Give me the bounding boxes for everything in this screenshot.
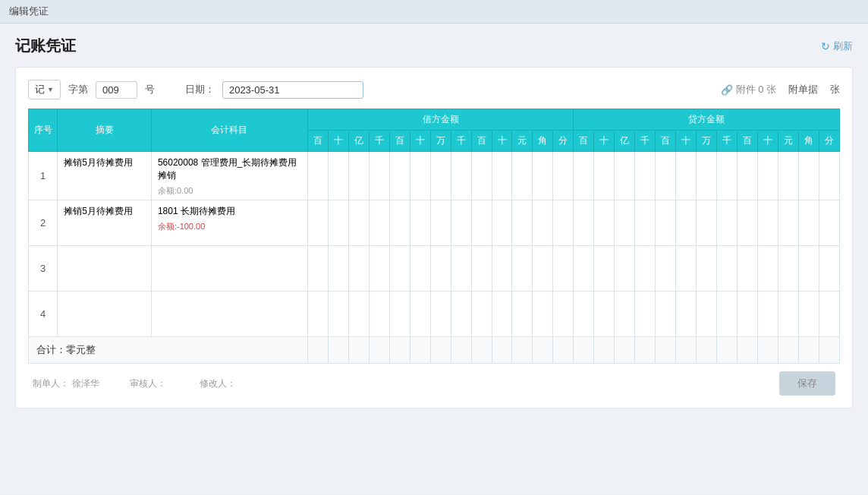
save-button[interactable]: 保存 (779, 371, 835, 396)
debit-digit-cell-r4-c12[interactable] (533, 292, 553, 337)
debit-digit-cell-r1-c13[interactable] (553, 152, 574, 200)
refresh-button[interactable]: ↻ 刷新 (821, 39, 853, 53)
credit-digit-cell-r1-c5[interactable] (656, 152, 676, 200)
summary-cell-2[interactable]: 摊销5月待摊费用 (58, 200, 152, 246)
credit-digit-cell-r1-c8[interactable] (717, 152, 737, 200)
credit-digit-cell-r2-c13[interactable] (819, 200, 839, 246)
credit-digit-cell-r4-c12[interactable] (798, 292, 819, 337)
debit-digit-cell-r1-c11[interactable] (512, 152, 533, 200)
debit-digit-cell-r4-c9[interactable] (471, 292, 492, 337)
credit-digit-cell-r3-c13[interactable] (819, 246, 839, 292)
debit-digit-cell-r3-c10[interactable] (492, 246, 512, 292)
credit-digit-cell-r3-c4[interactable] (635, 246, 656, 292)
credit-digit-cell-r2-c3[interactable] (615, 200, 635, 246)
credit-digit-cell-r2-c12[interactable] (798, 200, 819, 246)
credit-digit-cell-r1-c6[interactable] (676, 152, 697, 200)
voucher-number-input[interactable] (96, 81, 137, 99)
debit-digit-cell-r2-c12[interactable] (533, 200, 553, 246)
debit-digit-cell-r2-c11[interactable] (512, 200, 533, 246)
credit-digit-cell-r1-c12[interactable] (798, 152, 819, 200)
credit-digit-cell-r1-c1[interactable] (574, 152, 594, 200)
debit-digit-cell-r4-c4[interactable] (369, 292, 389, 337)
credit-digit-cell-r1-c7[interactable] (697, 152, 717, 200)
debit-digit-cell-r2-c1[interactable] (307, 200, 328, 246)
credit-digit-cell-r2-c1[interactable] (574, 200, 594, 246)
credit-digit-cell-r2-c7[interactable] (697, 200, 717, 246)
debit-digit-cell-r1-c8[interactable] (451, 152, 471, 200)
credit-digit-cell-r1-c10[interactable] (757, 152, 778, 200)
debit-digit-cell-r1-c12[interactable] (533, 152, 553, 200)
credit-digit-cell-r4-c11[interactable] (778, 292, 798, 337)
debit-digit-cell-r4-c2[interactable] (328, 292, 348, 337)
summary-cell-3[interactable] (58, 246, 152, 292)
table-row[interactable]: 4 (29, 292, 840, 337)
debit-digit-cell-r1-c10[interactable] (492, 152, 512, 200)
account-cell-1[interactable]: 56020008 管理费用_长期待摊费用摊销余额:0.00 (151, 152, 307, 200)
credit-digit-cell-r2-c5[interactable] (656, 200, 676, 246)
table-row[interactable]: 3 (29, 246, 840, 292)
credit-digit-cell-r4-c8[interactable] (717, 292, 737, 337)
credit-digit-cell-r4-c5[interactable] (656, 292, 676, 337)
credit-digit-cell-r2-c4[interactable] (635, 200, 656, 246)
debit-digit-cell-r1-c9[interactable] (471, 152, 492, 200)
debit-digit-cell-r2-c5[interactable] (389, 200, 410, 246)
credit-digit-cell-r3-c2[interactable] (594, 246, 615, 292)
debit-digit-cell-r2-c4[interactable] (369, 200, 389, 246)
credit-digit-cell-r3-c6[interactable] (676, 246, 697, 292)
debit-digit-cell-r2-c6[interactable] (410, 200, 430, 246)
debit-digit-cell-r4-c5[interactable] (389, 292, 410, 337)
credit-digit-cell-r1-c2[interactable] (594, 152, 615, 200)
debit-digit-cell-r2-c10[interactable] (492, 200, 512, 246)
credit-digit-cell-r3-c12[interactable] (798, 246, 819, 292)
credit-digit-cell-r2-c8[interactable] (717, 200, 737, 246)
debit-digit-cell-r4-c3[interactable] (348, 292, 369, 337)
debit-digit-cell-r4-c6[interactable] (410, 292, 430, 337)
debit-digit-cell-r4-c1[interactable] (307, 292, 328, 337)
credit-digit-cell-r4-c13[interactable] (819, 292, 839, 337)
credit-digit-cell-r4-c7[interactable] (697, 292, 717, 337)
debit-digit-cell-r2-c13[interactable] (553, 200, 574, 246)
credit-digit-cell-r4-c3[interactable] (615, 292, 635, 337)
debit-digit-cell-r1-c1[interactable] (307, 152, 328, 200)
debit-digit-cell-r4-c8[interactable] (451, 292, 471, 337)
debit-digit-cell-r3-c8[interactable] (451, 246, 471, 292)
attach-single-btn[interactable]: 附单据 (788, 83, 818, 96)
credit-digit-cell-r4-c4[interactable] (635, 292, 656, 337)
summary-cell-1[interactable]: 摊销5月待摊费用 (58, 152, 152, 200)
credit-digit-cell-r1-c9[interactable] (737, 152, 757, 200)
credit-digit-cell-r1-c13[interactable] (819, 152, 839, 200)
date-input[interactable] (222, 81, 363, 99)
debit-digit-cell-r1-c3[interactable] (348, 152, 369, 200)
credit-digit-cell-r3-c8[interactable] (717, 246, 737, 292)
debit-digit-cell-r3-c12[interactable] (533, 246, 553, 292)
credit-digit-cell-r4-c1[interactable] (574, 292, 594, 337)
debit-digit-cell-r3-c4[interactable] (369, 246, 389, 292)
debit-digit-cell-r1-c4[interactable] (369, 152, 389, 200)
credit-digit-cell-r3-c11[interactable] (778, 246, 798, 292)
debit-digit-cell-r3-c5[interactable] (389, 246, 410, 292)
credit-digit-cell-r4-c2[interactable] (594, 292, 615, 337)
debit-digit-cell-r3-c6[interactable] (410, 246, 430, 292)
credit-digit-cell-r1-c4[interactable] (635, 152, 656, 200)
account-cell-2[interactable]: 1801 长期待摊费用余额:-100.00 (151, 200, 307, 246)
credit-digit-cell-r1-c11[interactable] (778, 152, 798, 200)
debit-digit-cell-r1-c5[interactable] (389, 152, 410, 200)
debit-digit-cell-r3-c13[interactable] (553, 246, 574, 292)
debit-digit-cell-r3-c7[interactable] (430, 246, 451, 292)
summary-cell-4[interactable] (58, 292, 152, 337)
debit-digit-cell-r3-c3[interactable] (348, 246, 369, 292)
debit-digit-cell-r4-c7[interactable] (430, 292, 451, 337)
debit-digit-cell-r3-c1[interactable] (307, 246, 328, 292)
credit-digit-cell-r3-c1[interactable] (574, 246, 594, 292)
credit-digit-cell-r4-c10[interactable] (757, 292, 778, 337)
credit-digit-cell-r3-c7[interactable] (697, 246, 717, 292)
credit-digit-cell-r3-c5[interactable] (656, 246, 676, 292)
debit-digit-cell-r2-c2[interactable] (328, 200, 348, 246)
credit-digit-cell-r2-c6[interactable] (676, 200, 697, 246)
debit-digit-cell-r2-c8[interactable] (451, 200, 471, 246)
debit-digit-cell-r3-c11[interactable] (512, 246, 533, 292)
credit-digit-cell-r4-c9[interactable] (737, 292, 757, 337)
debit-digit-cell-r2-c3[interactable] (348, 200, 369, 246)
credit-digit-cell-r3-c3[interactable] (615, 246, 635, 292)
debit-digit-cell-r4-c13[interactable] (553, 292, 574, 337)
